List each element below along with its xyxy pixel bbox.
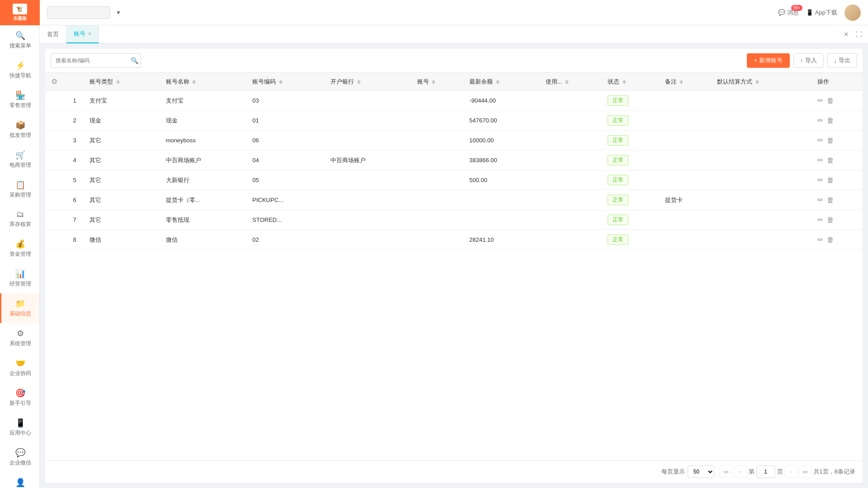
row-action: ✏ 🗑 bbox=[814, 210, 863, 230]
header: ▼ 💬 消息 99+ 📱 App下载 bbox=[40, 0, 868, 25]
col-bank-label: 开户银行 bbox=[330, 78, 354, 85]
row-action: ✏ 🗑 bbox=[814, 131, 863, 150]
gear-icon[interactable]: ⚙ bbox=[51, 78, 57, 85]
per-page-select[interactable]: 50 100 200 bbox=[688, 465, 714, 478]
delete-icon[interactable]: 🗑 bbox=[827, 117, 834, 125]
delete-icon[interactable]: 🗑 bbox=[827, 97, 834, 105]
col-account-name[interactable]: 账号名称 bbox=[162, 73, 249, 91]
sidebar-item-member[interactable]: 👤 畅会员 bbox=[0, 472, 39, 488]
avatar[interactable] bbox=[844, 5, 861, 21]
sidebar-item-finance-mgmt[interactable]: 💰 资金管理 bbox=[0, 234, 39, 263]
row-account-name: 零售抵现 bbox=[162, 210, 249, 230]
sidebar-item-inventory-calc[interactable]: 🗂 库存核算 bbox=[0, 204, 39, 234]
action-icons: ✏ 🗑 bbox=[817, 156, 859, 164]
message-button[interactable]: 💬 消息 99+ bbox=[778, 9, 799, 17]
row-account-type: 其它 bbox=[86, 131, 162, 150]
delete-icon[interactable]: 🗑 bbox=[827, 236, 834, 244]
sidebar-item-enterprise-wechat[interactable]: 💬 企业微信 bbox=[0, 442, 39, 472]
row-balance: 383866.00 bbox=[466, 150, 542, 170]
row-account-name: 现金 bbox=[162, 111, 249, 131]
header-search-input[interactable] bbox=[47, 6, 110, 19]
sidebar-item-purchase-mgmt[interactable]: 📋 采购管理 bbox=[0, 174, 39, 204]
sidebar-item-basic-info[interactable]: 📁 基础信息 bbox=[0, 293, 39, 323]
col-use-state[interactable]: 使用... bbox=[542, 73, 604, 91]
app-download-button[interactable]: 📱 App下载 bbox=[806, 9, 837, 17]
sidebar-item-search-menu[interactable]: 🔍 搜索菜单 bbox=[0, 25, 39, 55]
delete-icon[interactable]: 🗑 bbox=[827, 196, 834, 204]
prev-page-button[interactable]: ‹ bbox=[734, 465, 747, 478]
sort-icon bbox=[116, 80, 120, 84]
account-table: ⚙ 账号类型 账号名称 账号编码 bbox=[45, 73, 863, 250]
row-account-name: moneybosx bbox=[162, 131, 249, 150]
delete-icon[interactable]: 🗑 bbox=[827, 136, 834, 145]
row-balance: 547670.00 bbox=[466, 111, 542, 131]
add-account-button[interactable]: + 新增账号 bbox=[747, 53, 790, 68]
row-status: 正常 bbox=[604, 170, 661, 190]
edit-icon[interactable]: ✏ bbox=[817, 216, 823, 224]
row-account-code: 01 bbox=[249, 111, 327, 131]
export-button[interactable]: ↓ 导出 bbox=[827, 53, 858, 68]
sidebar-item-enterprise-agreement[interactable]: 🤝 企业协同 bbox=[0, 353, 39, 383]
sidebar-item-retail-mgmt[interactable]: 🏪 零售管理 bbox=[0, 85, 39, 115]
row-use-state bbox=[542, 170, 604, 190]
col-account-type[interactable]: 账号类型 bbox=[86, 73, 162, 91]
status-badge: 正常 bbox=[608, 215, 628, 225]
search-icon[interactable]: 🔍 bbox=[131, 57, 138, 64]
col-account-no[interactable]: 账号 bbox=[414, 73, 466, 91]
tab-home[interactable]: 首页 bbox=[40, 25, 66, 43]
sidebar-item-ecommerce-mgmt[interactable]: 🛒 电商管理 bbox=[0, 145, 39, 174]
edit-icon[interactable]: ✏ bbox=[817, 196, 823, 204]
edit-icon[interactable]: ✏ bbox=[817, 136, 823, 145]
sidebar-item-system-mgmt[interactable]: ⚙ 系统管理 bbox=[0, 323, 39, 353]
col-status[interactable]: 状态 bbox=[604, 73, 661, 91]
tab-account[interactable]: 账号 × bbox=[66, 25, 99, 43]
sidebar-item-app-center[interactable]: 📱 应用中心 bbox=[0, 413, 39, 442]
col-account-code[interactable]: 账号编码 bbox=[249, 73, 327, 91]
row-status: 正常 bbox=[604, 210, 661, 230]
edit-icon[interactable]: ✏ bbox=[817, 156, 823, 164]
sort-icon bbox=[496, 80, 500, 84]
tab-maximize-button[interactable]: ⛶ bbox=[854, 29, 864, 40]
delete-icon[interactable]: 🗑 bbox=[827, 176, 834, 184]
sidebar-item-beginner-guide[interactable]: 🎯 新手引导 bbox=[0, 383, 39, 413]
business-icon: 📊 bbox=[15, 269, 25, 279]
search-input[interactable] bbox=[51, 53, 141, 68]
edit-icon[interactable]: ✏ bbox=[817, 235, 823, 244]
action-icons: ✏ 🗑 bbox=[817, 196, 859, 204]
edit-icon[interactable]: ✏ bbox=[817, 116, 823, 125]
sidebar-item-quick-nav[interactable]: ⚡ 快捷导航 bbox=[0, 55, 39, 85]
row-remark bbox=[661, 170, 714, 190]
row-bank bbox=[327, 111, 414, 131]
sidebar-item-wholesale-mgmt[interactable]: 📦 批发管理 bbox=[0, 115, 39, 145]
edit-icon[interactable]: ✏ bbox=[817, 96, 823, 105]
last-page-button[interactable]: ⏭ bbox=[799, 465, 812, 478]
page-input[interactable] bbox=[756, 465, 775, 478]
row-index: 8 bbox=[63, 230, 86, 250]
sidebar-item-label: 新手引导 bbox=[9, 399, 31, 407]
page-suffix-label: 页 bbox=[777, 468, 783, 476]
status-badge: 正常 bbox=[608, 115, 628, 126]
sort-icon bbox=[357, 80, 361, 84]
edit-icon[interactable]: ✏ bbox=[817, 176, 823, 184]
delete-icon[interactable]: 🗑 bbox=[827, 156, 834, 164]
delete-icon[interactable]: 🗑 bbox=[827, 216, 834, 224]
first-page-button[interactable]: ⏮ bbox=[720, 465, 732, 478]
row-action: ✏ 🗑 bbox=[814, 230, 863, 250]
import-button[interactable]: ↑ 导入 bbox=[793, 53, 824, 68]
col-bank[interactable]: 开户银行 bbox=[327, 73, 414, 91]
sidebar-item-business-mgmt[interactable]: 📊 经营管理 bbox=[0, 263, 39, 293]
status-badge: 正常 bbox=[608, 235, 628, 245]
header-dropdown[interactable]: ▼ bbox=[116, 9, 121, 16]
table-row: 2 现金 现金 01 547670.00 正常 ✏ 🗑 bbox=[45, 111, 863, 131]
next-page-button[interactable]: › bbox=[785, 465, 797, 478]
row-bank bbox=[327, 91, 414, 111]
row-use-state bbox=[542, 190, 604, 210]
col-balance[interactable]: 最新余额 bbox=[466, 73, 542, 91]
row-default-settlement bbox=[713, 91, 814, 111]
col-remark[interactable]: 备注 bbox=[661, 73, 714, 91]
ecommerce-icon: 🛒 bbox=[15, 150, 25, 160]
col-default-settlement[interactable]: 默认结算方式 bbox=[713, 73, 814, 91]
row-default-settlement bbox=[713, 150, 814, 170]
tab-close-all-button[interactable]: ✕ bbox=[841, 29, 852, 40]
tab-close-icon[interactable]: × bbox=[88, 31, 91, 37]
